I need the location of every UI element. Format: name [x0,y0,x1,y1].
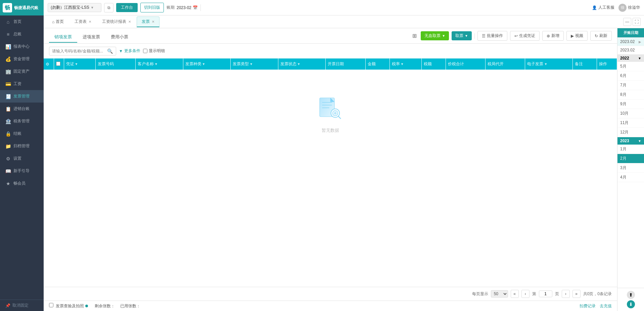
sidebar-item-salary[interactable]: 💳 工资 [0,78,44,90]
new-invoice-btn[interactable]: ⊕ 新增 [542,31,564,41]
page-size-select[interactable]: 10 20 50 100 [491,290,508,298]
subtab-expense-receipt[interactable]: 费用小票 [105,32,134,43]
logo-text: 畅捷通易代账 [14,5,38,11]
page-number-input[interactable] [539,290,552,297]
last-page-icon: » [575,291,578,296]
first-page-btn[interactable]: « [511,290,519,298]
month-9-2022[interactable]: 9月 [617,100,644,109]
pin-btn[interactable]: 📌 取消固定 [0,300,44,311]
month-3-2023[interactable]: 3月 [617,163,644,173]
year-2023-header[interactable]: 2023 ▼ [617,137,644,145]
sidebar-item-funds[interactable]: 💰 资金管理 [0,53,44,65]
tab-salary-table-close-icon[interactable]: ✕ [89,20,91,24]
pin-label: 取消固定 [12,303,29,308]
search-icon[interactable]: 🔍 [107,48,113,54]
month-2-2023[interactable]: 2月 [617,154,644,163]
month-12-2022[interactable]: 12月 [617,128,644,137]
invoice-type-filter-icon[interactable]: ▼ [202,62,205,66]
tab-invoice[interactable]: 发票 ✕ [137,16,159,27]
next-page-btn[interactable]: › [562,290,570,298]
deduction-record-link[interactable]: 扣费记录 [580,303,596,309]
th-operation: 操作 [597,59,617,70]
sidebar-item-close[interactable]: 🔒 结账 [0,127,44,140]
th-settings[interactable]: ⚙ [44,59,54,70]
date-current-2[interactable]: 2023.02 [617,46,644,54]
th-checkbox[interactable] [54,59,64,70]
invoice-category-filter-icon[interactable]: ▼ [249,62,253,66]
sidebar-item-archive[interactable]: 📁 归档管理 [0,140,44,152]
batch-ops-btn[interactable]: ☰ 批量操作 [477,31,507,41]
tab-home[interactable]: ⌂ 首页 [47,16,69,27]
voucher-filter-icon[interactable]: ▼ [75,62,78,66]
th-tax-rate: 税率 ▼ [389,59,421,70]
select-all-checkbox[interactable] [56,62,60,66]
show-detail-checkbox-label[interactable]: 显示明细 [143,48,165,54]
tab-salary-stats-close-icon[interactable]: ✕ [128,20,131,24]
no-tax-btn[interactable]: 无血取票 ▼ [421,31,449,40]
recharge-link[interactable]: 去充值 [600,303,612,309]
tab-invoice-close-icon[interactable]: ✕ [152,20,154,24]
tax-rate-filter-icon[interactable]: ▼ [401,62,404,66]
tab-invoice-label: 发票 [142,19,150,25]
search-input[interactable] [52,49,106,53]
tab-maximize-btn[interactable]: ⛶ [633,18,641,26]
year-2022-header[interactable]: 2022 ▼ [617,54,644,62]
up-scroll-btn[interactable]: ⬆ [627,291,635,299]
down-scroll-btn[interactable]: ⬇ [627,300,635,308]
e-invoice-filter-icon[interactable]: ▼ [544,62,547,66]
customer-filter-icon[interactable]: ▼ [154,62,158,66]
company-selector[interactable]: (勿删）江西股宝-LSS ▼ [48,3,101,12]
date-current-label-2: 2023.02 [620,48,635,52]
tab-minimize-btn[interactable]: — [623,18,631,26]
subtab-sales-invoice[interactable]: 销项发票 [49,32,77,43]
generate-voucher-btn[interactable]: ↩ 生成凭证 [510,31,540,41]
sidebar-item-guide[interactable]: 📖 新手引导 [0,165,44,177]
sidebar-item-assets[interactable]: 🏢 固定资产 [0,65,44,78]
month-11-2022[interactable]: 11月 [617,118,644,128]
sidebar-item-sales[interactable]: 📋 进销台账 [0,103,44,115]
sidebar-item-reports[interactable]: 📊 报表中心 [0,40,44,53]
pagination-bar: 每页显示 10 20 50 100 « ‹ 第 页 › [44,287,617,301]
month-10-2022[interactable]: 10月 [617,109,644,118]
date-current-1[interactable]: 2023.02 ▶ [617,38,644,46]
user-info[interactable]: 徐 徐溢华 [618,4,640,12]
invoice-status-filter-icon[interactable]: ▼ [297,62,301,66]
search-bar[interactable]: 🔍 [49,47,116,55]
invoice-check-checkbox[interactable] [49,303,53,307]
avatar: 徐 [618,4,627,12]
sidebar-item-member[interactable]: ★ 畅会员 [0,177,44,190]
tab-salary-stats[interactable]: 工资统计报表 ✕ [97,16,136,27]
calendar-icon[interactable]: 📅 [193,5,198,10]
subtab-right: ⊞ 无血取票 ▼ 取票 ▼ ☰ 批量操作 ↩ [411,31,612,43]
page-size-label: 每页显示 [472,291,488,297]
month-6-2022[interactable]: 6月 [617,71,644,81]
month-5-2022[interactable]: 5月 [617,62,644,71]
work-table-btn[interactable]: 工作台 [116,3,138,12]
refresh-btn[interactable]: ↻ 刷新 [590,31,612,41]
take-invoice-btn[interactable]: 取票 ▼ [452,31,472,40]
sidebar-item-settings[interactable]: ⚙ 设置 [0,152,44,165]
prev-page-btn[interactable]: ‹ [521,290,530,298]
more-filter-btn[interactable]: ▼ 更多条件 [119,46,140,55]
sidebar-item-tax[interactable]: 🏦 税务管理 [0,115,44,127]
subtab-purchase-invoice[interactable]: 进项发票 [77,32,105,43]
th-tax: 税额 [421,59,446,70]
month-4-2023[interactable]: 4月 [617,173,644,182]
month-8-2022[interactable]: 8月 [617,90,644,100]
sidebar-item-ledger[interactable]: ≡ 总账 [0,28,44,40]
tab-salary-table[interactable]: 工资表 ✕ [70,16,96,27]
month-7-2022[interactable]: 7月 [617,81,644,90]
support-btn[interactable]: 👤 人工客服 [592,5,614,10]
toolbar-divider [474,33,475,39]
video-btn[interactable]: ▶ 视频 [566,31,588,41]
last-page-btn[interactable]: » [572,290,581,298]
grid-view-icon[interactable]: ⊞ [411,32,418,40]
switch-version-btn[interactable]: 切到旧版 [140,3,164,12]
date-current-label-1: 2023.02 [620,39,635,44]
month-1-2023[interactable]: 1月 [617,145,644,154]
open-period-btn[interactable]: 开账日期 [617,28,644,38]
sidebar-item-invoices[interactable]: 🧾 发票管理 [0,90,44,103]
sidebar-item-home[interactable]: ⌂ 首页 [0,15,44,28]
copy-btn[interactable]: ⧉ [104,3,113,12]
show-detail-checkbox[interactable] [143,49,147,53]
